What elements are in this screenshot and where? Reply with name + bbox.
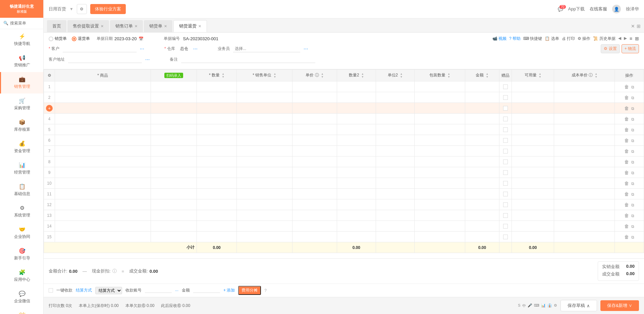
gift-cell-1[interactable]: [499, 81, 512, 92]
gift-cell-3[interactable]: [499, 103, 512, 114]
price-cell-6[interactable]: [292, 135, 337, 146]
unit-cell-13[interactable]: [236, 210, 292, 221]
unit2-cell-13[interactable]: [376, 210, 415, 221]
delete-btn-12[interactable]: 🗑: [624, 202, 629, 207]
product-cell-3[interactable]: [55, 103, 151, 114]
copy-btn-1[interactable]: ⧉: [631, 85, 634, 89]
pack-qty-cell-9[interactable]: [415, 167, 465, 178]
fee-help-icon[interactable]: ?: [264, 288, 267, 293]
unit-cell-8[interactable]: [236, 156, 292, 167]
copy-btn-11[interactable]: ⧉: [631, 192, 634, 197]
unit2-cell-9[interactable]: [376, 167, 415, 178]
sidebar-item-basic[interactable]: 📋 基础信息: [0, 179, 43, 201]
product-cell-14[interactable]: [55, 221, 151, 232]
salesperson-dots[interactable]: ···: [304, 46, 308, 52]
gift-cell-12[interactable]: [499, 199, 512, 210]
customer-input[interactable]: [63, 45, 137, 52]
gift-checkbox-4[interactable]: [503, 117, 508, 121]
username-label[interactable]: 徐泽华: [626, 6, 639, 12]
price-cell-4[interactable]: [292, 114, 337, 124]
copy-btn-10[interactable]: ⧉: [631, 181, 634, 186]
tab-sales-order[interactable]: 销售订单 ✕: [110, 20, 143, 32]
one-click-pay-checkbox[interactable]: [49, 288, 53, 293]
gift-cell-15[interactable]: [499, 232, 512, 242]
unit2-cell-6[interactable]: [376, 135, 415, 146]
product-cell-15[interactable]: [55, 232, 151, 242]
salesperson-input[interactable]: [233, 45, 300, 52]
price-cell-8[interactable]: [292, 156, 337, 167]
date-value[interactable]: 2023-03-20: [114, 36, 137, 41]
pack-qty-cell-13[interactable]: [415, 210, 465, 221]
discount-help[interactable]: ⓘ: [112, 268, 117, 274]
operate-btn[interactable]: ⚙ 操作: [578, 36, 590, 42]
video-btn[interactable]: 📹 视频: [492, 36, 506, 42]
price-cell-3[interactable]: [292, 103, 337, 114]
online-service-link[interactable]: 在线客服: [590, 6, 607, 12]
pack-qty-cell-5[interactable]: [415, 124, 465, 135]
unit2-cell-7[interactable]: [376, 146, 415, 156]
qty-cell-2[interactable]: [197, 92, 236, 103]
unit2-cell-14[interactable]: [376, 221, 415, 232]
gear-button[interactable]: ⚙: [77, 4, 87, 14]
gift-cell-9[interactable]: [499, 167, 512, 178]
unit-cell-2[interactable]: [236, 92, 292, 103]
price-cell-1[interactable]: [292, 81, 337, 92]
pack-qty-cell-8[interactable]: [415, 156, 465, 167]
amount-cell-9[interactable]: [465, 167, 499, 178]
pack-qty-cell-12[interactable]: [415, 199, 465, 210]
unit-cell-3[interactable]: [236, 103, 292, 114]
tab-sales-order-close[interactable]: ✕: [135, 24, 138, 28]
copy-btn-14[interactable]: ⧉: [631, 224, 634, 229]
unit-cell-4[interactable]: [236, 114, 292, 124]
customer-addr-input[interactable]: [68, 56, 142, 63]
tab-menu-icon[interactable]: ⊞: [637, 23, 641, 29]
gift-checkbox-12[interactable]: [503, 202, 508, 207]
gift-checkbox-5[interactable]: [503, 127, 508, 132]
copy-btn-9[interactable]: ⧉: [631, 171, 634, 175]
price-cell-10[interactable]: [292, 178, 337, 189]
gift-cell-8[interactable]: [499, 156, 512, 167]
sidebar-item-sales[interactable]: 💼 销售管理: [0, 72, 43, 93]
qty-cell-12[interactable]: [197, 199, 236, 210]
qty2-cell-5[interactable]: [337, 124, 376, 135]
copy-btn-12[interactable]: ⧉: [631, 203, 634, 207]
qty-cell-1[interactable]: [197, 81, 236, 92]
amount-cell-1[interactable]: [465, 81, 499, 92]
account-input[interactable]: [145, 288, 172, 293]
unit2-cell-5[interactable]: [376, 124, 415, 135]
gift-checkbox-14[interactable]: [503, 224, 508, 229]
delete-btn-1[interactable]: 🗑: [624, 84, 629, 89]
price-cell-15[interactable]: [292, 232, 337, 242]
gift-checkbox-3[interactable]: [503, 106, 508, 111]
gift-cell-10[interactable]: [499, 178, 512, 189]
prev-btn[interactable]: ◀: [618, 36, 621, 42]
amount-cell-14[interactable]: [465, 221, 499, 232]
save-new-button[interactable]: 保存&新增 ∨: [600, 300, 639, 311]
copy-btn-5[interactable]: ⧉: [631, 128, 634, 132]
sidebar-item-shortcut[interactable]: ⚡ 快捷导航: [0, 29, 43, 51]
nav-dropdown-arrow[interactable]: ▼: [69, 7, 73, 11]
pack-qty-cell-4[interactable]: [415, 114, 465, 124]
unit-cell-1[interactable]: [236, 81, 292, 92]
sidebar-item-enterprise[interactable]: 🤝 企业协同: [0, 222, 43, 244]
qty-cell-15[interactable]: [197, 232, 236, 242]
copy-btn-7[interactable]: ⧉: [631, 149, 634, 154]
sidebar-item-operations[interactable]: 📊 经营管理: [0, 158, 43, 179]
account-dots[interactable]: ···: [175, 288, 178, 293]
tab-sales-return[interactable]: 销货退货 ✕: [173, 20, 207, 32]
gift-cell-13[interactable]: [499, 210, 512, 221]
gift-checkbox-2[interactable]: [503, 95, 508, 100]
next-btn[interactable]: ▶: [624, 36, 627, 42]
pack-qty-cell-2[interactable]: [415, 92, 465, 103]
price-cell-13[interactable]: [292, 210, 337, 221]
delete-btn-10[interactable]: 🗑: [624, 181, 629, 186]
calendar-icon[interactable]: 📅: [139, 37, 144, 41]
sidebar-item-wechat[interactable]: 💬 企业微信: [0, 287, 43, 308]
qty-cell-5[interactable]: [197, 124, 236, 135]
product-cell-5[interactable]: [55, 124, 151, 135]
qty2-cell-7[interactable]: [337, 146, 376, 156]
price-cell-12[interactable]: [292, 199, 337, 210]
gift-cell-4[interactable]: [499, 114, 512, 124]
gift-checkbox-11[interactable]: [503, 192, 508, 196]
delete-btn-2[interactable]: 🗑: [624, 95, 629, 100]
